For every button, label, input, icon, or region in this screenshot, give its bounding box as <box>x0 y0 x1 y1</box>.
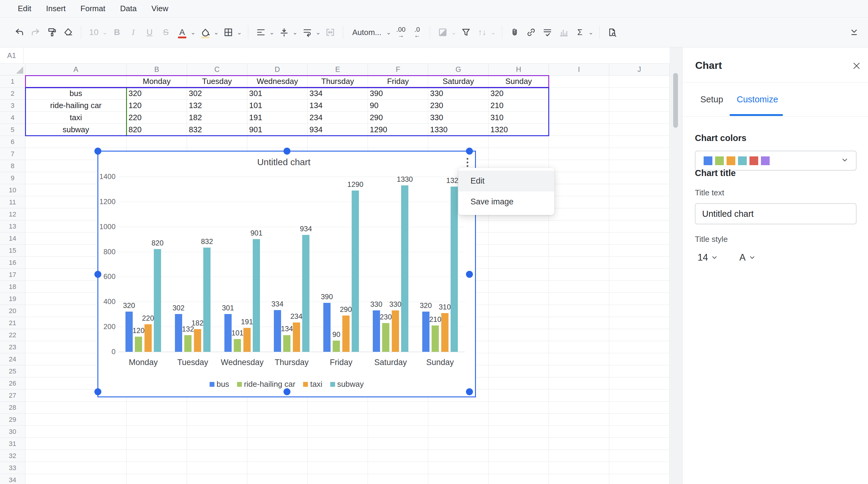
cell-H23[interactable] <box>489 341 549 353</box>
cell-J33[interactable] <box>609 462 670 474</box>
cell-I27[interactable] <box>549 390 609 402</box>
cell-I1[interactable] <box>549 76 609 88</box>
row-header-14[interactable]: 14 <box>0 232 25 245</box>
cell-J10[interactable] <box>609 184 670 196</box>
cell-H13[interactable] <box>489 220 549 232</box>
chevron-down-icon[interactable]: ⌄ <box>191 25 196 39</box>
cell-A28[interactable] <box>25 402 127 414</box>
cell-H21[interactable] <box>489 317 549 329</box>
cell-E6[interactable] <box>308 136 368 148</box>
text-wrap-icon[interactable] <box>300 25 315 39</box>
cell-E33[interactable] <box>308 462 368 474</box>
row-header-29[interactable]: 29 <box>0 414 25 426</box>
row-header-5[interactable]: 5 <box>0 124 25 136</box>
cell-J29[interactable] <box>609 414 670 426</box>
cell-J11[interactable] <box>609 196 670 208</box>
cell-J31[interactable] <box>609 438 670 450</box>
cell-B34[interactable] <box>127 474 187 484</box>
row-header-30[interactable]: 30 <box>0 426 25 438</box>
menu-format[interactable]: Format <box>81 4 105 13</box>
selection-handle[interactable] <box>466 271 473 278</box>
cell-C6[interactable] <box>187 136 247 148</box>
cell-C5[interactable]: 832 <box>187 124 247 136</box>
cell-C4[interactable]: 182 <box>187 112 247 124</box>
cell-J32[interactable] <box>609 450 670 462</box>
cell-C33[interactable] <box>187 462 247 474</box>
cell-I29[interactable] <box>549 414 609 426</box>
column-header-A[interactable]: A <box>25 64 127 76</box>
cell-H16[interactable] <box>489 257 549 269</box>
row-header-18[interactable]: 18 <box>0 281 25 293</box>
cell-F1[interactable]: Friday <box>368 76 428 88</box>
cell-H30[interactable] <box>489 426 549 438</box>
cell-H19[interactable] <box>489 293 549 305</box>
column-header-E[interactable]: E <box>308 64 368 76</box>
collapse-toolbar-icon[interactable] <box>847 25 861 39</box>
chart-colors-dropdown[interactable] <box>695 151 857 171</box>
cell-B28[interactable] <box>127 402 187 414</box>
row-header-3[interactable]: 3 <box>0 99 25 112</box>
cell-I32[interactable] <box>549 450 609 462</box>
selection-handle[interactable] <box>466 388 473 395</box>
cell-D3[interactable]: 101 <box>247 99 308 112</box>
cell-I22[interactable] <box>549 329 609 341</box>
cell-D30[interactable] <box>247 426 308 438</box>
cell-C29[interactable] <box>187 414 247 426</box>
cell-F34[interactable] <box>368 474 428 484</box>
row-header-13[interactable]: 13 <box>0 220 25 232</box>
cell-H32[interactable] <box>489 450 549 462</box>
data-validation-icon[interactable] <box>540 25 555 39</box>
cell-B4[interactable]: 220 <box>127 112 187 124</box>
row-header-33[interactable]: 33 <box>0 462 25 474</box>
cell-J27[interactable] <box>609 390 670 402</box>
cell-H27[interactable] <box>489 390 549 402</box>
vertical-align-icon[interactable] <box>277 25 291 39</box>
cell-B5[interactable]: 820 <box>127 124 187 136</box>
cell-E34[interactable] <box>308 474 368 484</box>
cell-J22[interactable] <box>609 329 670 341</box>
cell-J12[interactable] <box>609 208 670 220</box>
cell-D5[interactable]: 901 <box>247 124 308 136</box>
row-header-26[interactable]: 26 <box>0 377 25 390</box>
row-header-8[interactable]: 8 <box>0 160 25 172</box>
cell-F6[interactable] <box>368 136 428 148</box>
cell-F4[interactable]: 290 <box>368 112 428 124</box>
embedded-chart[interactable]: Untitled chart 0200400600800100012001400… <box>97 151 476 397</box>
cell-H14[interactable] <box>489 232 549 245</box>
horizontal-align-icon[interactable] <box>254 25 268 39</box>
cell-I30[interactable] <box>549 426 609 438</box>
cell-I31[interactable] <box>549 438 609 450</box>
cell-H18[interactable] <box>489 281 549 293</box>
cell-D32[interactable] <box>247 450 308 462</box>
cell-B6[interactable] <box>127 136 187 148</box>
cell-A30[interactable] <box>25 426 127 438</box>
row-header-19[interactable]: 19 <box>0 293 25 305</box>
cell-H25[interactable] <box>489 365 549 377</box>
cell-H33[interactable] <box>489 462 549 474</box>
cell-G34[interactable] <box>428 474 489 484</box>
cell-H24[interactable] <box>489 353 549 365</box>
cell-I21[interactable] <box>549 317 609 329</box>
cell-I13[interactable] <box>549 220 609 232</box>
cell-B33[interactable] <box>127 462 187 474</box>
insert-link-icon[interactable] <box>524 25 538 39</box>
cell-H7[interactable] <box>489 148 549 160</box>
cell-E28[interactable] <box>308 402 368 414</box>
cell-C31[interactable] <box>187 438 247 450</box>
cell-A3[interactable]: ride-hailing car <box>25 99 127 112</box>
cell-I23[interactable] <box>549 341 609 353</box>
name-box[interactable]: A1 <box>0 48 24 63</box>
cell-J13[interactable] <box>609 220 670 232</box>
title-font-size-dropdown[interactable]: 14 <box>698 252 708 263</box>
row-header-10[interactable]: 10 <box>0 184 25 196</box>
cell-H26[interactable] <box>489 377 549 390</box>
cell-A29[interactable] <box>25 414 127 426</box>
cell-H29[interactable] <box>489 414 549 426</box>
cell-C32[interactable] <box>187 450 247 462</box>
close-icon[interactable] <box>852 61 861 70</box>
cell-H28[interactable] <box>489 402 549 414</box>
cell-F2[interactable]: 390 <box>368 88 428 99</box>
context-menu-item-edit[interactable]: Edit <box>459 171 554 192</box>
cell-F29[interactable] <box>368 414 428 426</box>
row-header-16[interactable]: 16 <box>0 257 25 269</box>
